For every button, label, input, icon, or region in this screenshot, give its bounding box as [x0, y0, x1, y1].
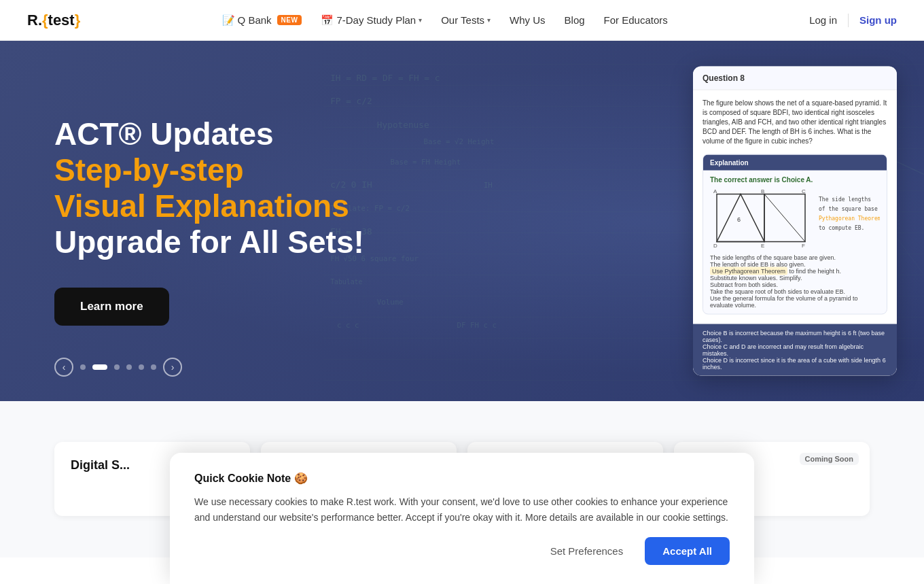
accept-all-button[interactable]: Accept All [645, 537, 730, 557]
nav-blog[interactable]: Blog [565, 14, 585, 26]
explanation-body: The correct answer is Choice A. 6 A B C … [703, 171, 887, 314]
navbar: R.{test} 📝 Q Bank NEW 📅 7-Day Study Plan… [0, 0, 924, 41]
svg-text:Pythagorean Theorem: Pythagorean Theorem [819, 216, 880, 222]
diagram-svg: 6 A B C D E F The side lengths of the sq… [710, 188, 880, 249]
svg-text:to compute EB.: to compute EB. [819, 225, 864, 231]
correct-answer-label: The correct answer is Choice A. [710, 176, 880, 184]
carousel-dot-4[interactable] [126, 364, 132, 370]
svg-text:6: 6 [737, 216, 741, 223]
nav-qbank[interactable]: 📝 Q Bank NEW [222, 14, 302, 27]
hero-card-question: The figure below shows the net of a squa… [703, 99, 887, 146]
login-button[interactable]: Log in [809, 14, 837, 26]
nav-center: 📝 Q Bank NEW 📅 7-Day Study Plan ▾ Our Te… [222, 14, 668, 27]
carousel-dot-2[interactable] [92, 364, 107, 370]
carousel-prev[interactable]: ‹ [54, 358, 73, 377]
logo[interactable]: R.{test} [27, 12, 80, 29]
hero-line1: ACT® Updates [54, 116, 274, 152]
learn-more-button[interactable]: Learn more [54, 288, 169, 326]
hero-line3: Visual Explanations [54, 188, 349, 224]
hero-section: IH = RD = DF = FH = c FP = c/2 Hypotenus… [0, 41, 924, 401]
set-preferences-button[interactable]: Set Preferences [538, 538, 636, 557]
hero-content: ACT® Updates Step-by-step Visual Explana… [54, 116, 364, 326]
svg-text:F: F [802, 243, 805, 249]
carousel-next[interactable]: › [163, 358, 182, 377]
svg-text:D: D [713, 243, 717, 249]
hero-card: Question 8 The figure below shows the ne… [693, 67, 897, 376]
carousel-dot-6[interactable] [151, 364, 156, 370]
nav-right: Log in Sign up [809, 14, 897, 27]
svg-text:The side lengths: The side lengths [819, 196, 871, 203]
svg-text:C: C [802, 188, 806, 194]
svg-text:A: A [713, 188, 717, 194]
svg-text:B: B [761, 188, 764, 194]
carousel-dot-1[interactable] [80, 364, 86, 370]
cookie-title: Quick Cookie Note 🍪 [194, 472, 730, 485]
nav-divider [848, 14, 849, 27]
explanation-header: Explanation [703, 155, 887, 171]
explanation-detail: The side lengths of the square base are … [710, 254, 880, 309]
cookie-body: We use necessary cookies to make R.test … [194, 494, 730, 525]
nav-for-educators[interactable]: For Educators [604, 14, 668, 26]
hero-card-body: The figure below shows the net of a squa… [693, 90, 897, 154]
carousel-controls: ‹ › [54, 358, 182, 377]
svg-text:E: E [761, 243, 764, 249]
cookie-actions: Set Preferences Accept All [194, 537, 730, 557]
svg-line-23 [764, 194, 805, 242]
hero-title: ACT® Updates Step-by-step Visual Explana… [54, 116, 364, 260]
svg-text:of the square base: of the square base [819, 206, 878, 212]
hero-line2: Step-by-step [54, 152, 244, 188]
hero-line4: Upgrade for All Sets! [54, 224, 364, 260]
carousel-dot-5[interactable] [139, 364, 144, 370]
signup-button[interactable]: Sign up [859, 14, 897, 26]
hero-card-footer: Choice B is incorrect because the maximu… [693, 324, 897, 376]
hero-card-header: Question 8 [693, 67, 897, 90]
nav-our-tests[interactable]: Our Tests ▾ [441, 14, 491, 26]
nav-why-us[interactable]: Why Us [510, 14, 546, 26]
carousel-dot-3[interactable] [114, 364, 120, 370]
cookie-banner: Quick Cookie Note 🍪 We use necessary coo… [170, 453, 754, 557]
nav-study-plan[interactable]: 📅 7-Day Study Plan ▾ [321, 14, 422, 27]
